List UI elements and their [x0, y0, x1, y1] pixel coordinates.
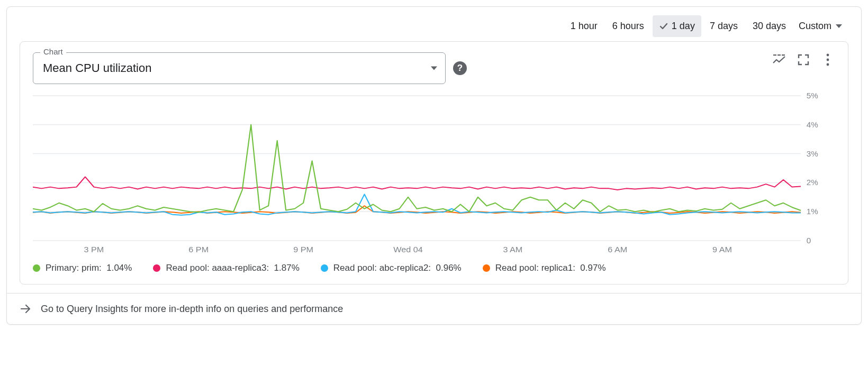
- legend-swatch: [483, 264, 490, 272]
- legend-toggle-icon[interactable]: [772, 52, 786, 67]
- svg-text:9 PM: 9 PM: [293, 245, 313, 254]
- time-range-30-days[interactable]: 30 days: [746, 15, 792, 37]
- time-range-7-days[interactable]: 7 days: [703, 15, 744, 37]
- svg-text:4%: 4%: [807, 121, 818, 129]
- chart-plot[interactable]: 01%2%3%4%5%3 PM6 PM9 PMWed 043 AM6 AM9 A…: [33, 91, 835, 255]
- time-range-label: 1 day: [672, 21, 695, 32]
- svg-text:0: 0: [807, 237, 811, 245]
- svg-text:1%: 1%: [807, 208, 818, 216]
- chart-select-label: Chart: [40, 47, 66, 56]
- legend-label: Read pool: aaaa-replica3: 1.87%: [166, 263, 299, 273]
- time-range-label: 30 days: [753, 21, 786, 32]
- svg-text:2%: 2%: [807, 179, 818, 187]
- time-range-1-hour[interactable]: 1 hour: [564, 15, 604, 37]
- time-range-1-day[interactable]: 1 day: [653, 15, 701, 37]
- check-icon: [659, 22, 668, 31]
- legend-label: Read pool: replica1: 0.97%: [495, 263, 606, 273]
- chevron-down-icon: [431, 67, 437, 70]
- svg-rect-0: [773, 54, 776, 56]
- time-range-toolbar: 1 hour6 hours1 day7 days30 daysCustom: [7, 7, 861, 41]
- svg-text:3 PM: 3 PM: [84, 245, 104, 254]
- help-icon[interactable]: ?: [453, 61, 467, 75]
- svg-rect-2: [782, 54, 785, 56]
- query-insights-link[interactable]: Go to Query Insights for more in-depth i…: [7, 293, 861, 324]
- legend-swatch: [321, 264, 328, 272]
- footer-link-text: Go to Query Insights for more in-depth i…: [41, 304, 343, 315]
- time-range-label: 6 hours: [612, 21, 644, 32]
- time-range-label: 7 days: [710, 21, 738, 32]
- more-vert-icon[interactable]: [820, 52, 835, 67]
- svg-text:3%: 3%: [807, 150, 818, 158]
- time-range-6-hours[interactable]: 6 hours: [606, 15, 650, 37]
- svg-point-5: [827, 63, 829, 66]
- legend-item[interactable]: Primary: prim: 1.04%: [33, 263, 132, 273]
- svg-point-4: [827, 59, 829, 61]
- svg-rect-1: [777, 54, 781, 56]
- legend-label: Read pool: abc-replica2: 0.96%: [333, 263, 462, 273]
- svg-text:5%: 5%: [807, 92, 818, 100]
- legend-swatch: [33, 264, 40, 272]
- time-range-label: 1 hour: [571, 21, 598, 32]
- legend-item[interactable]: Read pool: aaaa-replica3: 1.87%: [153, 263, 299, 273]
- time-range-label: Custom: [799, 21, 831, 32]
- legend-item[interactable]: Read pool: replica1: 0.97%: [483, 263, 606, 273]
- legend-item[interactable]: Read pool: abc-replica2: 0.96%: [321, 263, 462, 273]
- arrow-right-icon: [20, 303, 31, 315]
- chart-select-value: Mean CPU utilization: [43, 61, 151, 75]
- svg-text:6 AM: 6 AM: [608, 245, 627, 254]
- legend-label: Primary: prim: 1.04%: [46, 263, 132, 273]
- svg-text:9 AM: 9 AM: [712, 245, 732, 254]
- svg-text:6 PM: 6 PM: [188, 245, 209, 254]
- chart-legend: Primary: prim: 1.04%Read pool: aaaa-repl…: [33, 263, 835, 273]
- chart-card: Chart Mean CPU utilization ?: [20, 41, 848, 285]
- time-range-custom[interactable]: Custom: [794, 15, 848, 37]
- legend-swatch: [153, 264, 160, 272]
- svg-text:3 AM: 3 AM: [503, 245, 522, 254]
- svg-point-3: [827, 54, 829, 57]
- chart-select[interactable]: Chart Mean CPU utilization: [33, 52, 446, 84]
- svg-text:Wed 04: Wed 04: [393, 245, 423, 254]
- chevron-down-icon: [836, 24, 842, 28]
- fullscreen-icon[interactable]: [796, 52, 811, 67]
